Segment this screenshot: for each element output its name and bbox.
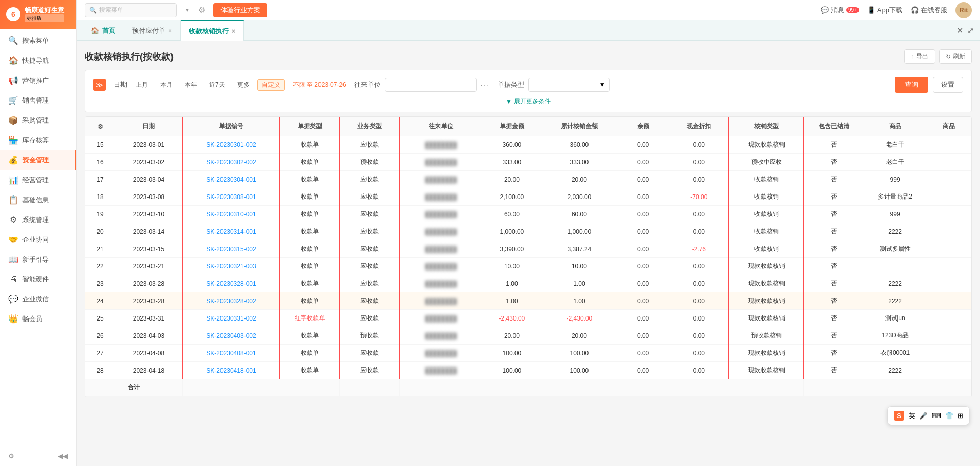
cell-verifytype: 现款收款核销 xyxy=(729,345,804,362)
bill-link[interactable]: SK-20230301-002 xyxy=(206,141,256,149)
counterpart-input[interactable] xyxy=(385,78,477,92)
date-btn-this-year[interactable]: 本年 xyxy=(180,79,202,91)
sidebar-item-finance[interactable]: 💰资金管理 xyxy=(0,150,76,170)
export-button[interactable]: ↑ 导出 xyxy=(904,49,935,64)
cell-amount: -2,430.00 xyxy=(482,310,542,327)
bill-link[interactable]: SK-20230304-001 xyxy=(206,176,256,183)
float-grid-icon[interactable]: ⊞ xyxy=(958,412,963,420)
query-button[interactable]: 查询 xyxy=(895,77,928,93)
tab-expand-btn[interactable]: ⤢ xyxy=(967,26,974,35)
cell-settled: 否 xyxy=(804,258,864,275)
cell-verifytype: 收款核销 xyxy=(729,223,804,240)
cell-date: 2023-04-03 xyxy=(115,327,183,345)
col-billno-header: 单据编号 xyxy=(183,117,280,136)
bill-link[interactable]: SK-20230310-001 xyxy=(206,211,256,218)
cell-amount: 100.00 xyxy=(482,345,542,362)
bill-link[interactable]: SK-20230321-003 xyxy=(206,263,256,270)
bill-link[interactable]: SK-20230315-002 xyxy=(206,246,256,253)
col-goods2-header: 商品 xyxy=(926,117,971,136)
user-avatar[interactable]: Rit xyxy=(955,2,972,18)
cell-date: 2023-03-08 xyxy=(115,188,183,206)
bill-link[interactable]: SK-20230403-002 xyxy=(206,332,256,339)
settings-icon[interactable]: ⚙ xyxy=(8,452,14,460)
sidebar-item-inventory[interactable]: 🏪库存核算 xyxy=(0,130,76,150)
cell-counterpart: ████████ xyxy=(400,171,482,188)
cell-goods2 xyxy=(926,310,971,327)
cell-billno: SK-20230310-001 xyxy=(183,206,280,223)
footer-goods xyxy=(864,379,926,397)
sidebar-item-search[interactable]: 🔍搜索菜单 xyxy=(0,31,76,51)
sidebar-item-member[interactable]: 👑畅会员 xyxy=(0,309,76,329)
topbar-search[interactable]: 🔍 搜索菜单 xyxy=(85,3,177,17)
sidebar-item-operation[interactable]: 📊经营管理 xyxy=(0,170,76,190)
settings-button[interactable]: 设置 xyxy=(933,77,963,93)
float-shirt-icon[interactable]: 👕 xyxy=(945,412,953,420)
float-keyboard-icon[interactable]: ⌨ xyxy=(932,412,941,420)
sidebar-item-nav[interactable]: 🏠快捷导航 xyxy=(0,51,76,70)
sidebar-item-wechat[interactable]: 💬企业微信 xyxy=(0,289,76,309)
refresh-button[interactable]: ↻ 刷新 xyxy=(939,49,972,64)
bill-link[interactable]: SK-20230302-002 xyxy=(206,159,256,166)
col-settings-header[interactable]: ⚙ xyxy=(85,117,115,136)
export-icon: ↑ xyxy=(911,53,914,60)
cell-balance: 0.00 xyxy=(617,292,669,310)
date-btn-custom[interactable]: 自定义 xyxy=(257,79,285,91)
online-service-btn[interactable]: 🎧 在线客服 xyxy=(911,6,947,15)
table-row: 23 2023-03-28 SK-20230328-001 收款单 应收款 ██… xyxy=(85,275,971,292)
sidebar-item-guide[interactable]: 📖新手引导 xyxy=(0,250,76,269)
tab-collection[interactable]: 收款核销执行 × xyxy=(181,20,244,41)
cell-counterpart: ████████ xyxy=(400,223,482,240)
blur-text: ████████ xyxy=(425,211,457,217)
bill-link[interactable]: SK-20230408-001 xyxy=(206,350,256,357)
collapse-icon[interactable]: ◀◀ xyxy=(58,452,68,460)
bill-link[interactable]: SK-20230328-001 xyxy=(206,280,256,287)
sidebar-item-hardware[interactable]: 🖨智能硬件 xyxy=(0,269,76,289)
topbar-gear-icon[interactable]: ⚙ xyxy=(198,5,205,15)
sidebar-item-purchase[interactable]: 📦采购管理 xyxy=(0,110,76,130)
blur-text: ████████ xyxy=(425,367,457,374)
cell-goods: 999 xyxy=(864,171,926,188)
filter-toggle-btn[interactable]: ≫ xyxy=(93,79,106,91)
filter-date-item: 日期 上月 本月 本年 近7天 更多 自定义 xyxy=(114,79,285,91)
cell-biztype: 应收款 xyxy=(340,362,400,379)
cell-counterpart: ████████ xyxy=(400,258,482,275)
cell-billtype: 收款单 xyxy=(280,223,339,240)
cell-verified: -2,430.00 xyxy=(542,310,617,327)
sidebar-item-marketing[interactable]: 📢营销推广 xyxy=(0,70,76,90)
tab-close-all-btn[interactable]: ✕ xyxy=(957,26,963,35)
cell-billtype: 收款单 xyxy=(280,171,339,188)
app-download-btn[interactable]: 📱 App下载 xyxy=(867,6,902,15)
float-brand-text: 英 xyxy=(909,411,915,421)
cell-goods2 xyxy=(926,154,971,171)
bill-link[interactable]: SK-20230314-001 xyxy=(206,228,256,235)
bill-type-select[interactable]: ▼ xyxy=(528,78,610,92)
float-mic-icon[interactable]: 🎤 xyxy=(919,412,927,420)
app-logo-icon: 6 xyxy=(6,7,20,21)
footer-balance xyxy=(617,379,669,397)
sidebar-item-enterprise[interactable]: 🤝企业协同 xyxy=(0,230,76,250)
cell-discount: 0.00 xyxy=(669,275,729,292)
cell-verified: 10.00 xyxy=(542,258,617,275)
counterpart-dots[interactable]: ··· xyxy=(481,81,489,89)
date-btn-7days[interactable]: 近7天 xyxy=(205,79,230,91)
date-btn-this-month[interactable]: 本月 xyxy=(156,79,177,91)
bill-link[interactable]: SK-20230331-002 xyxy=(206,315,256,322)
bill-link[interactable]: SK-20230418-001 xyxy=(206,367,256,374)
bill-link[interactable]: SK-20230308-001 xyxy=(206,193,256,201)
message-icon: 💬 xyxy=(821,6,829,14)
bill-link[interactable]: SK-20230328-002 xyxy=(206,298,256,305)
date-btn-more[interactable]: 更多 xyxy=(233,79,254,91)
sidebar-item-sales[interactable]: 🛒销售管理 xyxy=(0,90,76,110)
messages-btn[interactable]: 💬 消息 99+ xyxy=(821,6,859,15)
tab-prepay[interactable]: 预付应付单 × xyxy=(124,20,181,41)
sidebar-item-basic[interactable]: 📋基础信息 xyxy=(0,190,76,210)
footer-biztype xyxy=(340,379,400,397)
trial-button[interactable]: 体验行业方案 xyxy=(213,3,267,17)
sidebar-item-system[interactable]: ⚙系统管理 xyxy=(0,210,76,230)
expand-more-btn[interactable]: ▼ 展开更多条件 xyxy=(506,97,551,106)
tab-collection-close[interactable]: × xyxy=(232,28,235,35)
date-btn-last-month[interactable]: 上月 xyxy=(131,79,153,91)
tab-prepay-close[interactable]: × xyxy=(168,27,172,34)
settings-icon[interactable]: ⚙ xyxy=(97,123,103,130)
tab-home[interactable]: 🏠 首页 xyxy=(83,20,124,41)
